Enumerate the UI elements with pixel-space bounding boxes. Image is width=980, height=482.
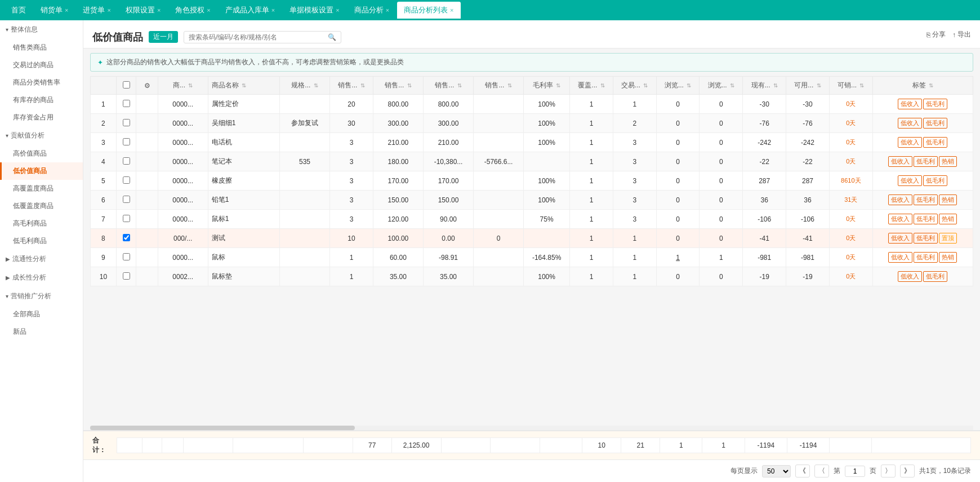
nav-home[interactable]: 首页 [5,2,33,19]
th-gross[interactable]: 毛利率 ⇅ [524,77,570,95]
row-checkbox[interactable] [123,176,130,184]
row-check[interactable] [116,133,136,152]
row-browse1[interactable]: 0 [656,191,700,210]
th-sellable[interactable]: 可销... ⇅ [829,77,872,95]
row-check[interactable] [116,171,136,191]
th-browse2[interactable]: 浏览... ⇅ [700,77,743,95]
table-container[interactable]: ⚙ 商... ⇅ 商品名称 ⇅ 规格... ⇅ 销售... ⇅ 销售... ⇅ … [83,76,980,426]
row-gear[interactable] [136,152,158,171]
row-checkbox[interactable] [123,272,130,280]
sidebar-item-sales-goods[interactable]: 销售类商品 [0,39,83,56]
sidebar-group-growth[interactable]: ▶ 成长性分析 [0,268,83,287]
th-trade[interactable]: 交易... ⇅ [613,77,656,95]
search-icon[interactable]: 🔍 [328,33,336,41]
sidebar-item-high-coverage[interactable]: 高覆盖度商品 [0,180,83,197]
row-checkbox[interactable] [123,157,130,165]
row-gear[interactable] [136,210,158,229]
sidebar-group-flow[interactable]: ▶ 流通性分析 [0,250,83,268]
nav-template[interactable]: 单据模板设置 × [283,2,346,19]
th-code[interactable]: 商... ⇅ [158,77,208,95]
export-button[interactable]: ↑ 导出 [952,30,971,39]
sidebar-item-stock-capital[interactable]: 库存资金占用 [0,109,83,126]
row-check[interactable] [116,191,136,210]
search-input[interactable] [189,33,326,41]
row-checkbox[interactable] [123,138,130,145]
th-sale-qty[interactable]: 销售... ⇅ [330,77,373,95]
row-gear[interactable] [136,95,158,114]
select-all-checkbox[interactable] [123,81,130,89]
row-gear[interactable] [136,267,158,286]
sidebar-group-contribution[interactable]: ▾ 贡献值分析 [0,126,83,145]
row-check[interactable] [116,248,136,267]
row-gear[interactable] [136,171,158,191]
th-stock[interactable]: 现有... ⇅ [743,77,786,95]
sidebar-item-low-coverage[interactable]: 低覆盖度商品 [0,197,83,215]
sidebar-item-low-margin[interactable]: 低毛利商品 [0,232,83,250]
row-checkbox[interactable] [123,253,130,260]
filter-tag-month[interactable]: 近一月 [149,31,178,43]
nav-goods-list-close[interactable]: × [450,7,453,14]
row-checkbox[interactable] [123,119,130,126]
row-browse1[interactable]: 0 [656,171,700,191]
th-avail[interactable]: 可用... ⇅ [786,77,830,95]
page-number-input[interactable] [845,466,865,477]
row-checkbox[interactable] [123,215,130,222]
share-button[interactable]: ⎘ 分享 [926,30,946,39]
row-checkbox[interactable] [123,234,130,241]
row-gear[interactable] [136,191,158,210]
next-page-btn[interactable]: 〉 [881,465,896,477]
row-gear[interactable] [136,229,158,248]
row-checkbox[interactable] [123,100,130,107]
first-page-btn[interactable]: 《 [795,465,810,477]
nav-template-close[interactable]: × [336,7,339,14]
browse1-link[interactable]: 1 [676,254,680,262]
nav-product-storage-close[interactable]: × [271,7,275,14]
row-browse1[interactable]: 0 [656,229,700,248]
sidebar-item-high-margin[interactable]: 高毛利商品 [0,215,83,232]
sidebar-item-new-goods[interactable]: 新品 [0,323,83,341]
row-browse1[interactable]: 0 [656,267,700,286]
nav-goods-analysis-close[interactable]: × [386,7,389,14]
nav-purchase[interactable]: 进货单 × [76,2,117,19]
sidebar-item-all-goods[interactable]: 全部商品 [0,306,83,323]
row-browse1[interactable]: 0 [656,114,700,133]
th-sale-cost[interactable]: 销售... ⇅ [474,77,524,95]
row-gear[interactable] [136,248,158,267]
sidebar-group-marketing[interactable]: ▾ 营销推广分析 [0,287,83,306]
page-size-select[interactable]: 50 20 100 [762,465,791,477]
row-browse1[interactable]: 0 [656,133,700,152]
sidebar-item-traded-goods[interactable]: 交易过的商品 [0,56,83,74]
th-browse1[interactable]: 浏览... ⇅ [656,77,700,95]
nav-roles-close[interactable]: × [207,7,210,14]
nav-sales-close[interactable]: × [65,7,68,14]
sidebar-item-high-value[interactable]: 高价值商品 [0,145,83,162]
nav-goods-analysis[interactable]: 商品分析 × [348,2,396,19]
th-sale-amt[interactable]: 销售... ⇅ [373,77,423,95]
sidebar-item-category-rate[interactable]: 商品分类销售率 [0,74,83,91]
th-tags[interactable]: 标签 ⇅ [872,77,973,95]
row-browse1[interactable]: 0 [656,95,700,114]
row-browse1[interactable]: 1 [656,248,700,267]
prev-page-btn[interactable]: 〈 [814,465,829,477]
row-check[interactable] [116,267,136,286]
row-check[interactable] [116,210,136,229]
sidebar-item-stocked-goods[interactable]: 有库存的商品 [0,91,83,109]
row-gear[interactable] [136,133,158,152]
row-check[interactable] [116,229,136,248]
scrollbar-thumb[interactable] [90,426,355,430]
last-page-btn[interactable]: 》 [900,465,915,477]
th-check[interactable] [116,77,136,95]
th-sale-price[interactable]: 销售... ⇅ [423,77,473,95]
row-browse1[interactable]: 0 [656,210,700,229]
nav-purchase-close[interactable]: × [107,7,110,14]
nav-roles[interactable]: 角色授权 × [168,2,217,19]
row-check[interactable] [116,114,136,133]
th-name[interactable]: 商品名称 ⇅ [208,77,279,95]
nav-permissions[interactable]: 权限设置 × [119,2,167,19]
row-gear[interactable] [136,114,158,133]
row-check[interactable] [116,152,136,171]
row-checkbox[interactable] [123,196,130,203]
row-check[interactable] [116,95,136,114]
nav-sales[interactable]: 销货单 × [34,2,75,19]
horizontal-scrollbar[interactable] [90,426,973,430]
